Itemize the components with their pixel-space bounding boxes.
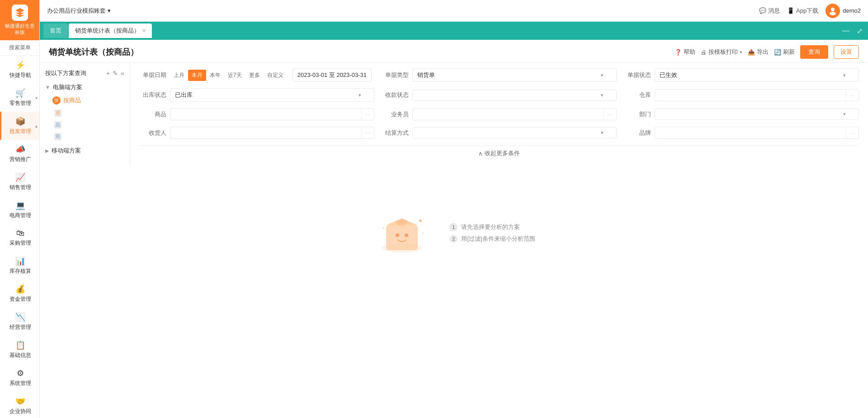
goods-input[interactable]: ···: [170, 108, 374, 120]
message-button[interactable]: 💬 消息: [759, 7, 780, 15]
sidebar-item-collab[interactable]: 🤝 企业协同: [0, 392, 39, 418]
help-label: 帮助: [684, 48, 695, 56]
filter-stock-field: 出库状态 已出库 ▾: [139, 88, 374, 102]
scheme-add-button[interactable]: +: [106, 70, 110, 77]
scheme-sub-item-monthly[interactable]: 月: [40, 107, 130, 119]
finance-label: 资金管理: [9, 295, 31, 303]
brand-more-btn[interactable]: ···: [846, 127, 859, 138]
sidebar-item-marketing[interactable]: 📣 营销推广: [0, 140, 39, 168]
sidebar-item-purchase[interactable]: 🛍 采购管理: [0, 224, 39, 252]
shortcut-7days[interactable]: 近7天: [224, 70, 245, 81]
settlement-control: ▾: [412, 127, 617, 138]
app-download-button[interactable]: 📱 App下载: [787, 7, 818, 15]
payment-arrow-icon: ▾: [601, 92, 604, 98]
industry-arrow-icon: ▾: [108, 7, 111, 14]
help-link[interactable]: ❓ 帮助: [675, 48, 695, 56]
content-area: 销货单统计表（按商品） ❓ 帮助 🖨 按模板打印 ▾ 📤 导出: [40, 40, 868, 418]
salesperson-more-btn[interactable]: ···: [604, 109, 616, 120]
user-profile[interactable]: demo2: [826, 4, 861, 18]
shortcut-custom[interactable]: 自定义: [264, 70, 287, 81]
date-shortcuts: 上月 本月 本年 近7天 更多 自定义: [170, 70, 287, 81]
warehouse-input[interactable]: ···: [655, 89, 859, 101]
scheme-sub-item-driver[interactable]: 司: [40, 131, 130, 142]
scheme-item-byproduct[interactable]: 按 按商品: [40, 94, 130, 107]
print-label: 按模板打印: [708, 48, 738, 56]
marketing-icon: 📣: [15, 144, 25, 154]
receiver-input[interactable]: ···: [170, 127, 374, 139]
refresh-link[interactable]: 🔄 刷新: [774, 48, 795, 56]
date-range-input[interactable]: 2023-03-01 至 2023-03-31: [292, 68, 372, 82]
goods-more-btn[interactable]: ···: [361, 109, 374, 120]
ecommerce-icon: 💻: [15, 200, 25, 210]
tab-active[interactable]: 销货单统计表（按商品） ×: [69, 24, 152, 38]
receiver-text-input[interactable]: [170, 127, 361, 138]
tab-minimize-button[interactable]: —: [840, 27, 851, 35]
inventory-label: 库存核算: [9, 267, 31, 275]
shortcut-lastmonth[interactable]: 上月: [170, 70, 188, 81]
sidebar-item-wholesale[interactable]: 📦 批发管理 ▴: [0, 112, 39, 140]
sidebar-item-sales[interactable]: 📈 销售管理: [0, 168, 39, 196]
sidebar-item-basic[interactable]: 📋 基础信息: [0, 336, 39, 364]
warehouse-text-input[interactable]: [655, 90, 846, 101]
collapse-bar[interactable]: ∧ 收起更多条件: [139, 145, 859, 161]
docstatus-select[interactable]: 已生效 ▾: [655, 68, 859, 82]
tab-close-button[interactable]: ×: [142, 28, 146, 33]
tab-bar: 首页 销货单统计表（按商品） × — ⤢: [40, 22, 868, 40]
brand-text-input[interactable]: [655, 127, 846, 138]
payment-label: 收款状态: [382, 91, 409, 99]
doctype-value: 销货单: [417, 71, 435, 79]
settlement-select[interactable]: ▾: [412, 127, 617, 138]
sidebar-item-finance[interactable]: 💰 资金管理: [0, 280, 39, 308]
stock-control: 已出库 ▾: [170, 88, 374, 102]
filter-goods-field: 商品 ···: [139, 108, 374, 120]
sidebar-item-quicknav[interactable]: ⚡ 快捷导航: [0, 56, 39, 84]
purchase-icon: 🛍: [16, 228, 24, 238]
scheme-sub-item-category[interactable]: 品: [40, 119, 130, 131]
sidebar-item-management[interactable]: 📉 经营管理: [0, 308, 39, 336]
query-button[interactable]: 查询: [800, 45, 828, 59]
scheme-edit-button[interactable]: ✎: [113, 70, 118, 77]
goods-text-input[interactable]: [170, 109, 361, 120]
doctype-select[interactable]: 销货单 ▾: [412, 68, 617, 82]
logo-icon: [12, 5, 28, 21]
shortcut-more[interactable]: 更多: [245, 70, 264, 81]
logo-area[interactable]: 畅捷通好生意 标版: [0, 0, 39, 40]
salesperson-input[interactable]: ···: [412, 108, 617, 120]
scheme-group-mobile-title[interactable]: ▶ 移动端方案: [40, 144, 130, 157]
industry-selector[interactable]: 办公用品行业模拟账套 ▾: [47, 7, 111, 15]
sidebar-item-retail[interactable]: 🛒 零售管理 ▾: [0, 84, 39, 112]
sidebar-nav: ⚡ 快捷导航 🛒 零售管理 ▾ 📦 批发管理 ▴ 📣 营销推广 📈 销售管理 💻…: [0, 56, 39, 418]
sales-icon: 📈: [15, 172, 25, 182]
industry-name: 办公用品行业模拟账套: [47, 7, 106, 15]
scheme-collapse-button[interactable]: «: [121, 70, 124, 77]
tab-maximize-button[interactable]: ⤢: [855, 27, 864, 35]
brand-label: 品牌: [624, 129, 651, 137]
tab-home[interactable]: 首页: [43, 24, 68, 38]
sidebar-item-ecommerce[interactable]: 💻 电商管理: [0, 196, 39, 224]
shortcut-thisyear[interactable]: 本年: [206, 70, 224, 81]
sidebar-item-system[interactable]: ⚙ 系统管理: [0, 364, 39, 392]
header-right: 💬 消息 📱 App下载 demo2: [759, 4, 861, 18]
sidebar: 畅捷通好生意 标版 搜索菜单 ⚡ 快捷导航 🛒 零售管理 ▾ 📦 批发管理 ▴ …: [0, 0, 40, 418]
export-link[interactable]: 📤 导出: [748, 48, 769, 56]
payment-select[interactable]: ▾: [412, 90, 617, 101]
shortcut-thismonth[interactable]: 本月: [188, 70, 206, 81]
scheme-group-desktop-title[interactable]: ▼ 电脑端方案: [40, 81, 130, 94]
stock-select[interactable]: 已出库 ▾: [170, 88, 374, 102]
salesperson-text-input[interactable]: [413, 109, 604, 120]
docstatus-value: 已生效: [660, 71, 677, 79]
inventory-icon: 📊: [15, 256, 25, 266]
svg-rect-3: [386, 225, 418, 250]
print-link[interactable]: 🖨 按模板打印 ▾: [701, 48, 742, 56]
sidebar-item-inventory[interactable]: 📊 库存核算: [0, 252, 39, 280]
logo-text: 畅捷通好生意 标版: [2, 23, 38, 36]
warehouse-more-btn[interactable]: ···: [846, 90, 859, 101]
sidebar-search[interactable]: 搜索菜单: [0, 40, 39, 56]
wholesale-arrow: ▴: [35, 123, 38, 128]
brand-input[interactable]: ···: [655, 127, 859, 139]
department-select[interactable]: ▾: [655, 109, 859, 120]
receiver-more-btn[interactable]: ···: [361, 127, 374, 138]
settings-button[interactable]: 设置: [834, 45, 859, 59]
search-menu-label[interactable]: 搜索菜单: [9, 44, 31, 52]
goods-control: ···: [170, 108, 374, 120]
